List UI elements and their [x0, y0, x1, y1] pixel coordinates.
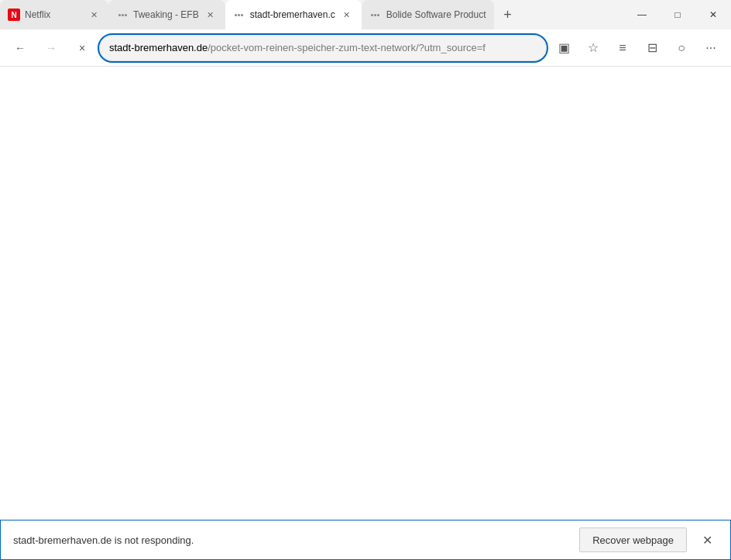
tab-tweaking-close[interactable]: ✕ [204, 8, 218, 22]
close-button[interactable]: ✕ [695, 0, 731, 29]
favorites-button[interactable]: ☆ [579, 34, 607, 62]
bolide-favicon-icon [369, 9, 382, 21]
collections-button[interactable]: ≡ [609, 34, 637, 62]
more-button[interactable]: ··· [697, 34, 725, 62]
back-button[interactable]: ← [6, 34, 34, 62]
tweaking-favicon-icon [116, 9, 129, 21]
stadt-favicon-icon [233, 9, 245, 21]
tab-tweaking-label: Tweaking - EFB [133, 9, 199, 20]
notification-message: stadt-bremerhaven.de is not responding. [13, 534, 570, 546]
tab-stadt[interactable]: stadt-bremerhaven.c ✕ [225, 0, 362, 29]
notification-close-button[interactable]: ✕ [696, 529, 718, 551]
address-path: /pocket-vom-reinen-speicher-zum-text-net… [208, 42, 486, 53]
forward-button[interactable]: → [37, 34, 65, 62]
tab-tweaking[interactable]: Tweaking - EFB ✕ [108, 0, 225, 29]
tab-bolide[interactable]: Bolide Software Product [362, 0, 494, 29]
notification-bar: stadt-bremerhaven.de is not responding. … [0, 520, 731, 560]
split-screen-button[interactable]: ⊟ [638, 34, 666, 62]
content-area [0, 67, 731, 520]
tab-netflix[interactable]: N Netflix ✕ [0, 0, 108, 29]
tab-netflix-close[interactable]: ✕ [87, 8, 101, 22]
tab-netflix-label: Netflix [25, 9, 82, 20]
netflix-favicon-icon: N [8, 9, 20, 21]
profile-button[interactable]: ○ [668, 34, 695, 62]
refresh-button[interactable]: × [68, 34, 96, 62]
recover-webpage-button[interactable]: Recover webpage [579, 527, 687, 552]
tab-stadt-close[interactable]: ✕ [340, 8, 354, 22]
new-tab-button[interactable]: + [494, 0, 522, 29]
sidebar-toggle-button[interactable]: ▣ [550, 34, 578, 62]
title-bar: N Netflix ✕ Tweaking - EFB ✕ stadt-breme… [0, 0, 731, 29]
address-bar[interactable]: stadt-bremerhaven.de/pocket-vom-reinen-s… [99, 35, 547, 61]
window-controls: — □ ✕ [624, 0, 731, 29]
tab-stadt-label: stadt-bremerhaven.c [250, 9, 335, 20]
address-text: stadt-bremerhaven.de/pocket-vom-reinen-s… [109, 42, 537, 53]
toolbar: ← → × stadt-bremerhaven.de/pocket-vom-re… [0, 29, 731, 67]
toolbar-icons: ▣ ☆ ≡ ⊟ ○ ··· [550, 34, 725, 62]
maximize-button[interactable]: □ [660, 0, 695, 29]
tab-bolide-label: Bolide Software Product [386, 9, 486, 20]
minimize-button[interactable]: — [624, 0, 660, 29]
address-domain: stadt-bremerhaven.de [109, 42, 208, 53]
